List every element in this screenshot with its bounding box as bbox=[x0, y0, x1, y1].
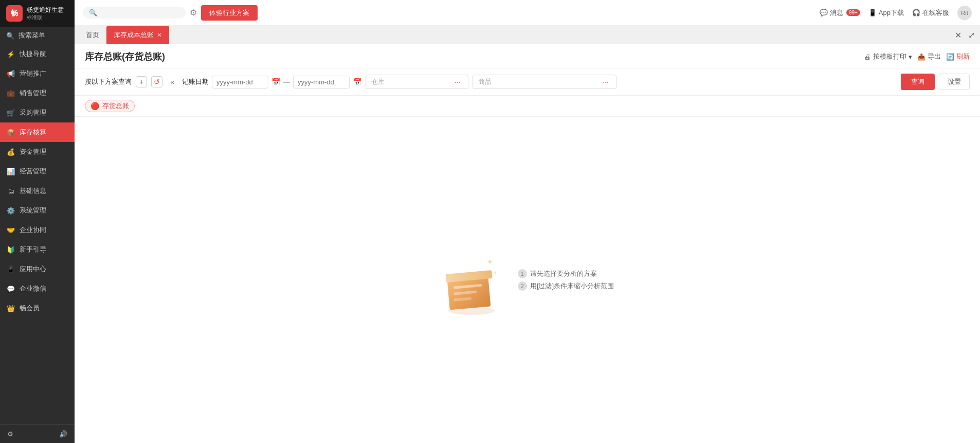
date-end-input[interactable] bbox=[293, 76, 350, 88]
sidebar-item-marketing[interactable]: 📢 营销推广 bbox=[0, 64, 75, 83]
refresh-label: 刷新 bbox=[956, 52, 970, 61]
sidebar-item-purchase[interactable]: 🛒 采购管理 bbox=[0, 103, 75, 122]
tab-close-icon[interactable]: ✕ bbox=[157, 31, 162, 39]
date-separator: — bbox=[283, 78, 290, 86]
filter-collapse-button[interactable]: « bbox=[167, 76, 178, 87]
empty-text: 1 请先选择要分析的方案 2 用[过滤]条件来缩小分析范围 bbox=[518, 266, 614, 294]
logo-text: 畅捷通好生意 标准版 bbox=[27, 6, 64, 22]
empty-svg: ✦ ✦ bbox=[441, 249, 502, 316]
product-more-icon[interactable]: ··· bbox=[601, 78, 611, 86]
tabbar: 首页 库存成本总账 ✕ ✕ ⤢ bbox=[75, 26, 980, 44]
panel-expand-button[interactable]: ⤢ bbox=[968, 26, 975, 44]
basic-icon: 🗂 bbox=[6, 187, 15, 195]
filter-product[interactable]: 商品 ··· bbox=[473, 75, 616, 89]
search-icon: 🔍 bbox=[6, 32, 14, 40]
calendar-end-icon[interactable]: 📅 bbox=[353, 78, 361, 86]
settings-button[interactable]: 设置 bbox=[939, 74, 970, 90]
guide-icon: 🔰 bbox=[6, 246, 15, 254]
footer-settings-icon[interactable]: ⚙ bbox=[7, 430, 13, 438]
sidebar-logo: 畅 畅捷通好生意 标准版 bbox=[0, 0, 75, 27]
calendar-start-icon[interactable]: 📅 bbox=[271, 78, 280, 86]
sidebar-item-sales[interactable]: 💼 销售管理 bbox=[0, 83, 75, 103]
step-circle-1: 1 bbox=[518, 269, 527, 278]
sidebar-item-enterprise[interactable]: 🤝 企业协同 bbox=[0, 220, 75, 240]
operation-icon: 📊 bbox=[6, 168, 15, 175]
refresh-button[interactable]: 🔄 刷新 bbox=[946, 52, 970, 61]
filter-warehouse[interactable]: 仓库 ··· bbox=[366, 75, 468, 89]
enterprise-icon: 🤝 bbox=[6, 226, 15, 234]
filter-add-button[interactable]: + bbox=[136, 76, 147, 87]
export-button[interactable]: 📤 导出 bbox=[917, 52, 941, 61]
tab-home[interactable]: 首页 bbox=[79, 26, 106, 44]
export-icon: 📤 bbox=[917, 53, 925, 61]
date-start-input[interactable] bbox=[212, 76, 268, 88]
sidebar-item-basic[interactable]: 🗂 基础信息 bbox=[0, 181, 75, 201]
query-button[interactable]: 查询 bbox=[901, 74, 935, 90]
tab-inventory-ledger[interactable]: 库存成本总账 ✕ bbox=[106, 26, 169, 44]
page-header-actions: 🖨 按模板打印 ▾ 📤 导出 🔄 刷新 bbox=[864, 52, 970, 61]
sidebar-item-operation[interactable]: 📊 经营管理 bbox=[0, 162, 75, 181]
messages-badge: 99+ bbox=[846, 9, 860, 16]
step-circle-2: 2 bbox=[518, 281, 527, 291]
svg-text:✦: ✦ bbox=[487, 258, 493, 266]
sidebar-scroll: 🔍 搜索菜单 ⚡ 快捷导航 📢 营销推广 💼 销售管理 🛒 采购管理 📦 库存核… bbox=[0, 27, 75, 424]
funds-icon: 💰 bbox=[6, 148, 15, 156]
footer-audio-icon[interactable]: 🔊 bbox=[59, 430, 67, 438]
scheme-tag[interactable]: 🔴 存货总账 bbox=[85, 100, 135, 112]
app-download-item[interactable]: 📱 App下载 bbox=[868, 8, 904, 17]
topbar-left: 🔍 ⚙ 体验行业方案 bbox=[83, 5, 814, 21]
filter-reset-button[interactable]: ↺ bbox=[151, 76, 162, 87]
warehouse-more-icon[interactable]: ··· bbox=[452, 78, 463, 86]
sidebar-item-app-center[interactable]: 📱 应用中心 bbox=[0, 259, 75, 279]
message-icon: 💬 bbox=[820, 9, 828, 16]
sidebar-item-label: 企业微信 bbox=[20, 284, 46, 293]
sidebar-item-label: 应用中心 bbox=[20, 264, 46, 274]
sidebar: 畅 畅捷通好生意 标准版 🔍 搜索菜单 ⚡ 快捷导航 📢 营销推广 💼 销售管理… bbox=[0, 0, 75, 443]
wechat-icon: 💬 bbox=[6, 285, 15, 293]
sidebar-item-label: 系统管理 bbox=[20, 206, 46, 215]
sidebar-item-inventory[interactable]: 📦 库存核算 bbox=[0, 122, 75, 142]
sidebar-item-label: 快捷导航 bbox=[20, 49, 46, 59]
messages-item[interactable]: 💬 消息 99+ bbox=[820, 8, 860, 17]
headset-icon: 🎧 bbox=[912, 9, 920, 16]
sidebar-item-shortcut[interactable]: ⚡ 快捷导航 bbox=[0, 44, 75, 64]
page-header: 库存总账(存货总账) 🖨 按模板打印 ▾ 📤 导出 🔄 刷新 bbox=[75, 44, 980, 68]
messages-label: 消息 bbox=[830, 8, 843, 17]
scheme-tag-label: 存货总账 bbox=[102, 101, 129, 111]
sidebar-item-label: 资金管理 bbox=[20, 147, 46, 156]
sidebar-item-guide[interactable]: 🔰 新手引导 bbox=[0, 240, 75, 259]
sidebar-item-label: 销售管理 bbox=[20, 88, 46, 98]
user-avatar-item[interactable]: Rit bbox=[957, 6, 972, 20]
sidebar-search[interactable]: 🔍 搜索菜单 bbox=[0, 27, 75, 44]
chevron-down-icon: ▾ bbox=[909, 53, 912, 61]
app-center-icon: 📱 bbox=[6, 265, 15, 273]
marketing-icon: 📢 bbox=[6, 70, 15, 78]
sidebar-item-funds[interactable]: 💰 资金管理 bbox=[0, 142, 75, 162]
online-service-item[interactable]: 🎧 在线客服 bbox=[912, 8, 949, 17]
purchase-icon: 🛒 bbox=[6, 109, 15, 117]
panel-close-button[interactable]: ✕ bbox=[955, 26, 961, 44]
print-icon: 🖨 bbox=[864, 53, 871, 61]
filter-scheme-label: 按以下方案查询 bbox=[85, 77, 132, 86]
template-print-button[interactable]: 🖨 按模板打印 ▾ bbox=[864, 52, 912, 61]
sidebar-item-wechat[interactable]: 💬 企业微信 bbox=[0, 279, 75, 298]
filter-right-btns: 查询 设置 bbox=[901, 74, 970, 90]
industry-btn[interactable]: 体验行业方案 bbox=[201, 5, 258, 21]
product-placeholder: 商品 bbox=[478, 77, 597, 86]
sidebar-item-system[interactable]: ⚙️ 系统管理 bbox=[0, 201, 75, 220]
topbar-settings-icon[interactable]: ⚙ bbox=[190, 8, 197, 17]
empty-hint-2: 2 用[过滤]条件来缩小分析范围 bbox=[518, 281, 614, 291]
filter-bar: 按以下方案查询 + ↺ « 记账日期 📅 — 📅 仓库 ··· 商品 ··· bbox=[75, 68, 980, 96]
sidebar-item-label: 畅会员 bbox=[20, 304, 40, 313]
filter-date-row: 记账日期 📅 — 📅 bbox=[182, 76, 361, 88]
sidebar-item-member[interactable]: 👑 畅会员 bbox=[0, 298, 75, 318]
topbar-search-area[interactable]: 🔍 bbox=[83, 7, 186, 19]
sidebar-item-label: 新手引导 bbox=[20, 245, 46, 254]
member-icon: 👑 bbox=[6, 305, 15, 312]
sidebar-item-label: 采购管理 bbox=[20, 108, 46, 117]
empty-state: ✦ ✦ bbox=[75, 117, 980, 443]
scheme-tag-icon: 🔴 bbox=[90, 102, 99, 110]
empty-hint-1: 1 请先选择要分析的方案 bbox=[518, 269, 614, 278]
empty-illustration: ✦ ✦ bbox=[441, 249, 502, 311]
scheme-row: 🔴 存货总账 bbox=[75, 96, 980, 117]
